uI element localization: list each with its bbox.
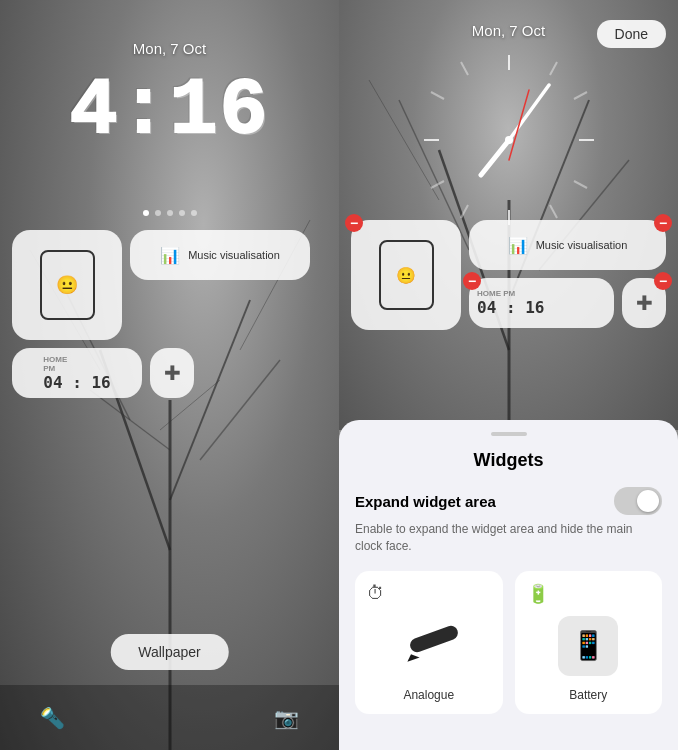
camera-icon[interactable]: 📷 bbox=[274, 706, 299, 730]
battery-widget-option[interactable]: 🔋 📱 Battery bbox=[515, 571, 663, 714]
dot-2 bbox=[155, 210, 161, 216]
add-widget-button[interactable]: ✚ bbox=[150, 348, 194, 398]
svg-marker-32 bbox=[405, 651, 419, 661]
done-button[interactable]: Done bbox=[597, 20, 666, 48]
svg-line-29 bbox=[509, 90, 529, 160]
svg-line-20 bbox=[574, 92, 587, 99]
right-clock-row: − HOME PM 04 : 16 − ✚ bbox=[469, 278, 666, 328]
battery-visual: 📱 bbox=[558, 616, 618, 676]
remove-phone-badge[interactable]: − bbox=[345, 214, 363, 232]
remove-clock-badge[interactable]: − bbox=[463, 272, 481, 290]
svg-line-23 bbox=[461, 62, 468, 75]
plus-icon: ✚ bbox=[164, 361, 181, 385]
analogue-widget-option[interactable]: ⏱ Analogue bbox=[355, 571, 503, 714]
phone-face-icon: 😐 bbox=[56, 274, 78, 296]
right-phone-icon: 😐 bbox=[379, 240, 434, 310]
expand-description: Enable to expand the widget area and hid… bbox=[355, 521, 662, 555]
right-panel: Done Mon, 7 Oct bbox=[339, 0, 678, 750]
music-widget-label: Music visualisation bbox=[188, 249, 280, 261]
right-widgets-area: − 😐 − 📊 Music visualisation − HOME PM 04… bbox=[351, 220, 666, 330]
right-widget-column: − 📊 Music visualisation − HOME PM 04 : 1… bbox=[469, 220, 666, 330]
clock-time-text: 04 : 16 bbox=[43, 373, 110, 392]
music-widget[interactable]: 📊 Music visualisation bbox=[130, 230, 310, 280]
svg-line-22 bbox=[550, 205, 557, 218]
dot-5 bbox=[191, 210, 197, 216]
svg-line-19 bbox=[550, 62, 557, 75]
dot-3 bbox=[167, 210, 173, 216]
right-clock-time: 04 : 16 bbox=[477, 298, 544, 317]
svg-line-21 bbox=[574, 181, 587, 188]
left-date: Mon, 7 Oct bbox=[0, 40, 339, 57]
flashlight-icon[interactable]: 🔦 bbox=[40, 706, 65, 730]
left-time-display: 4:16 bbox=[0, 65, 339, 156]
analogue-preview-svg bbox=[394, 612, 464, 672]
right-bar-chart-icon: 📊 bbox=[508, 236, 528, 255]
dot-1 bbox=[143, 210, 149, 216]
toggle-knob bbox=[637, 490, 659, 512]
sheet-title: Widgets bbox=[355, 450, 662, 471]
svg-line-27 bbox=[481, 140, 509, 175]
left-panel: Mon, 7 Oct 4:16 😐 📊 Music visualisation … bbox=[0, 0, 339, 750]
phone-widget[interactable]: 😐 bbox=[12, 230, 122, 340]
battery-widget-icon: 🔋 bbox=[527, 583, 549, 605]
expand-label: Expand widget area bbox=[355, 493, 496, 510]
remove-plus-badge[interactable]: − bbox=[654, 272, 672, 290]
wallpaper-button[interactable]: Wallpaper bbox=[110, 634, 229, 670]
clock-small-widget[interactable]: HOME PM 04 : 16 bbox=[12, 348, 142, 398]
svg-point-30 bbox=[505, 136, 513, 144]
right-music-widget[interactable]: − 📊 Music visualisation bbox=[469, 220, 666, 270]
svg-line-24 bbox=[431, 92, 444, 99]
widget-options-grid: ⏱ Analogue 🔋 📱 Battery bbox=[355, 571, 662, 714]
analog-clock-svg bbox=[409, 40, 609, 240]
phone-icon: 😐 bbox=[40, 250, 95, 320]
sheet-handle bbox=[491, 432, 527, 436]
expand-toggle[interactable] bbox=[614, 487, 662, 515]
svg-line-26 bbox=[461, 205, 468, 218]
right-home-label: HOME PM bbox=[477, 289, 515, 298]
right-plus-icon: ✚ bbox=[636, 291, 653, 315]
battery-widget-grid-icon: 📱 bbox=[571, 629, 606, 662]
svg-line-28 bbox=[509, 85, 549, 140]
clock-text-group: HOME PM 04 : 16 bbox=[43, 355, 110, 392]
analog-clock bbox=[409, 40, 609, 240]
dot-4 bbox=[179, 210, 185, 216]
left-time-text: 4:16 bbox=[69, 65, 269, 156]
svg-rect-31 bbox=[408, 623, 460, 653]
analogue-widget-icon: ⏱ bbox=[367, 583, 385, 604]
widgets-sheet: Widgets Expand widget area Enable to exp… bbox=[339, 420, 678, 750]
svg-line-7 bbox=[90, 390, 170, 450]
clock-pm-label: PM bbox=[43, 364, 110, 373]
bottom-toolbar: 🔦 📷 bbox=[0, 685, 339, 750]
right-plus-widget[interactable]: − ✚ bbox=[622, 278, 666, 328]
battery-widget-label: Battery bbox=[569, 688, 607, 702]
analogue-widget-label: Analogue bbox=[403, 688, 454, 702]
right-phone-face: 😐 bbox=[396, 266, 416, 285]
svg-line-25 bbox=[431, 181, 444, 188]
remove-music-badge[interactable]: − bbox=[654, 214, 672, 232]
clock-home-label: HOME bbox=[43, 355, 110, 364]
bar-chart-icon: 📊 bbox=[160, 246, 180, 265]
analogue-visual bbox=[394, 612, 464, 676]
expand-widget-row: Expand widget area bbox=[355, 487, 662, 515]
right-phone-widget[interactable]: − 😐 bbox=[351, 220, 461, 330]
right-music-label: Music visualisation bbox=[536, 239, 628, 251]
right-clock-widget[interactable]: − HOME PM 04 : 16 bbox=[469, 278, 614, 328]
left-widgets-area: 😐 📊 Music visualisation HOME PM 04 : 16 … bbox=[12, 230, 327, 398]
page-dots bbox=[0, 210, 339, 216]
